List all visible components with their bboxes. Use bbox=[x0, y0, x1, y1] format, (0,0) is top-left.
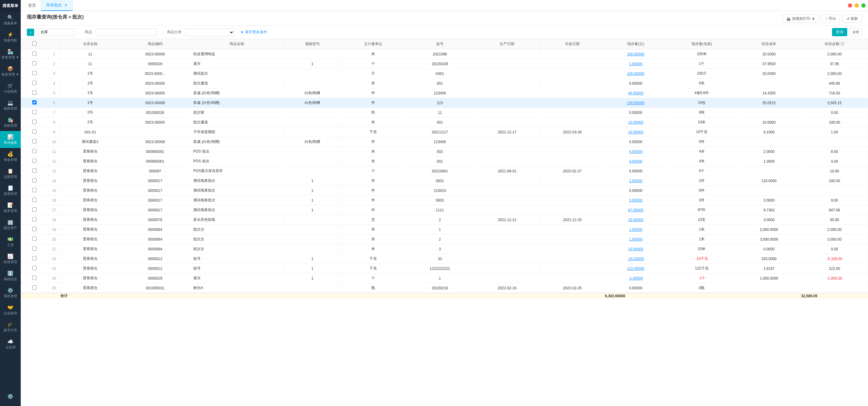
sidebar-item-ec[interactable]: 💻 电商管理 bbox=[0, 97, 21, 114]
sidebar-item-inventory[interactable]: 📊 库存核算 bbox=[0, 131, 21, 148]
print-label: 按规则打印 bbox=[792, 16, 810, 21]
sidebar-item-wholesale[interactable]: 📦 批发管理 ▼ bbox=[0, 63, 21, 80]
row-checkbox[interactable] bbox=[32, 227, 37, 231]
row-checkbox[interactable] bbox=[32, 120, 37, 124]
row-checkbox[interactable] bbox=[32, 61, 37, 66]
row-exp-date bbox=[540, 147, 605, 157]
product-input[interactable] bbox=[96, 29, 157, 36]
qty-main-link[interactable]: 100.00000 bbox=[627, 52, 645, 56]
window-min-btn[interactable] bbox=[855, 3, 859, 8]
sidebar-item-tax[interactable]: 📝 税务管理 bbox=[0, 199, 21, 216]
sidebar-item-cloud[interactable]: ☁️ 云应用 bbox=[0, 336, 21, 353]
sidebar-logo[interactable]: 搜索菜单 bbox=[0, 0, 21, 11]
qty-main-link[interactable]: 1.00000 bbox=[629, 62, 642, 66]
qty-main-link[interactable]: 1.00000 bbox=[629, 237, 642, 241]
footer-total-amount: 32,589.05 bbox=[801, 293, 868, 299]
expand-conditions-btn[interactable]: ▼ 展开更多条件 bbox=[240, 30, 267, 35]
row-qty-pack: 1米 bbox=[666, 225, 737, 235]
row-checkbox[interactable] bbox=[32, 266, 37, 270]
qty-main-link[interactable]: 10.00000 bbox=[628, 120, 643, 125]
row-checkbox[interactable] bbox=[32, 149, 37, 153]
row-unit: 件 bbox=[341, 176, 405, 186]
row-checkbox[interactable] bbox=[32, 276, 37, 280]
sidebar-item-sys[interactable]: ⚙️ 系统管理 bbox=[0, 284, 21, 302]
row-checkbox[interactable] bbox=[32, 237, 37, 241]
row-checkbox[interactable] bbox=[32, 130, 37, 134]
qty-main-link: 0.00000 bbox=[629, 81, 642, 86]
tab-inventory-batch[interactable]: 库存批次 ✕ bbox=[41, 0, 72, 11]
row-checkbox[interactable] bbox=[32, 188, 37, 192]
tab-home[interactable]: 首页 bbox=[23, 0, 41, 11]
row-checkbox[interactable] bbox=[32, 71, 37, 75]
row-exp-date bbox=[540, 235, 605, 244]
sidebar-item-retail[interactable]: 🏪 零售管理 ▼ bbox=[0, 46, 21, 63]
row-qty-main: 4.00000 bbox=[605, 147, 666, 157]
row-qty-main: 10.00000 bbox=[605, 117, 666, 127]
qty-main-link[interactable]: 3.00000 bbox=[629, 198, 642, 203]
sidebar-item-fixed[interactable]: 🏢 固定资产 bbox=[0, 216, 21, 233]
row-checkbox[interactable] bbox=[32, 178, 37, 182]
sidebar-item-purchase[interactable]: 🛍️ 采购管理 bbox=[0, 114, 21, 131]
row-checkbox[interactable] bbox=[32, 81, 37, 85]
sidebar-item-quicknav[interactable]: ⚡ 快捷导航 bbox=[0, 29, 21, 46]
row-seq: 3 bbox=[48, 69, 60, 78]
qty-main-link[interactable]: 4.00000 bbox=[629, 159, 642, 164]
sidebar-item-asset[interactable]: 💰 资金管理 bbox=[0, 148, 21, 165]
row-warehouse: 2号 bbox=[60, 108, 120, 117]
qty-main-link[interactable]: -1.00000 bbox=[628, 276, 643, 280]
row-qty-pack: 4米 bbox=[666, 147, 737, 157]
qty-main-link[interactable]: 10.00000 bbox=[628, 247, 643, 251]
sidebar-item-smallec[interactable]: 🛒 小临电商 bbox=[0, 80, 21, 97]
table-footer-row: 合计 6,302.60000 32,589.05 bbox=[21, 293, 868, 299]
qty-main-link[interactable]: 122.00000 bbox=[627, 267, 645, 271]
settings-small-button[interactable]: 设置 bbox=[850, 28, 862, 36]
row-batch: 001 bbox=[405, 78, 475, 88]
sidebar-item-newbie[interactable]: 🎓 新手引导 bbox=[0, 318, 21, 336]
qty-main-link[interactable]: 4.00000 bbox=[629, 149, 642, 154]
row-spec bbox=[284, 147, 341, 157]
row-checkbox[interactable] bbox=[32, 100, 37, 104]
row-checkbox[interactable] bbox=[32, 217, 37, 222]
refresh-button[interactable]: ↺ 刷新 bbox=[842, 14, 862, 23]
search-collapse-btn[interactable]: › bbox=[27, 29, 34, 36]
sidebar-item-general[interactable]: 📋 总账管理 bbox=[0, 165, 21, 182]
qty-main-link[interactable]: 100.00000 bbox=[627, 101, 645, 105]
category-select[interactable] bbox=[185, 28, 234, 36]
qty-main-link[interactable]: 2.00000 bbox=[629, 179, 642, 183]
qty-main-link[interactable]: -16.00000 bbox=[627, 257, 644, 261]
sidebar-item-invoice[interactable]: 🧾 发票管理 bbox=[0, 182, 21, 199]
export-button[interactable]: ↑ 导出 bbox=[822, 14, 840, 23]
print-button[interactable]: 🖨️ 按规则打印 ▼ bbox=[782, 14, 819, 23]
qty-main-link[interactable]: 10.00000 bbox=[628, 218, 643, 222]
row-checkbox[interactable] bbox=[32, 139, 37, 143]
row-checkbox[interactable] bbox=[32, 207, 37, 212]
qty-main-link[interactable]: 49.60000 bbox=[628, 91, 643, 95]
row-checkbox[interactable] bbox=[32, 285, 37, 290]
tab-close-btn[interactable]: ✕ bbox=[64, 3, 67, 7]
sidebar-item-corp[interactable]: 🤝 企业协同 bbox=[0, 302, 21, 318]
search-button[interactable]: 查询 bbox=[832, 28, 847, 36]
sidebar-item-bizm[interactable]: 📈 经营管理 bbox=[0, 250, 21, 267]
sidebar-item-salary[interactable]: 💵 工资 bbox=[0, 233, 21, 250]
row-checkbox[interactable] bbox=[32, 52, 37, 56]
select-all-checkbox[interactable] bbox=[32, 41, 37, 46]
row-checkbox[interactable] bbox=[32, 110, 37, 114]
row-checkbox[interactable] bbox=[32, 168, 37, 173]
row-exp-date: 2022-03-26 bbox=[540, 127, 605, 137]
window-close-btn[interactable] bbox=[848, 3, 852, 8]
qty-main-link[interactable]: 1.00000 bbox=[629, 228, 642, 232]
window-max-btn[interactable] bbox=[861, 3, 866, 8]
sidebar-item-basic[interactable]: ℹ️ 基础信息 bbox=[0, 267, 21, 284]
warehouse-input[interactable] bbox=[38, 29, 74, 36]
sidebar-item-settings[interactable]: ⚙️ bbox=[0, 391, 21, 403]
row-checkbox[interactable] bbox=[32, 159, 37, 163]
row-checkbox[interactable] bbox=[32, 246, 37, 251]
row-checkbox[interactable] bbox=[32, 256, 37, 261]
qty-main-link[interactable]: 87.00000 bbox=[628, 208, 643, 212]
row-checkbox-cell bbox=[21, 225, 48, 235]
row-checkbox[interactable] bbox=[32, 198, 37, 202]
sidebar-item-search[interactable]: 🔍 搜索菜单 bbox=[0, 11, 21, 29]
row-checkbox[interactable] bbox=[32, 91, 37, 95]
qty-main-link[interactable]: 10.00000 bbox=[628, 130, 643, 134]
qty-main-link[interactable]: 100.00000 bbox=[627, 72, 645, 76]
